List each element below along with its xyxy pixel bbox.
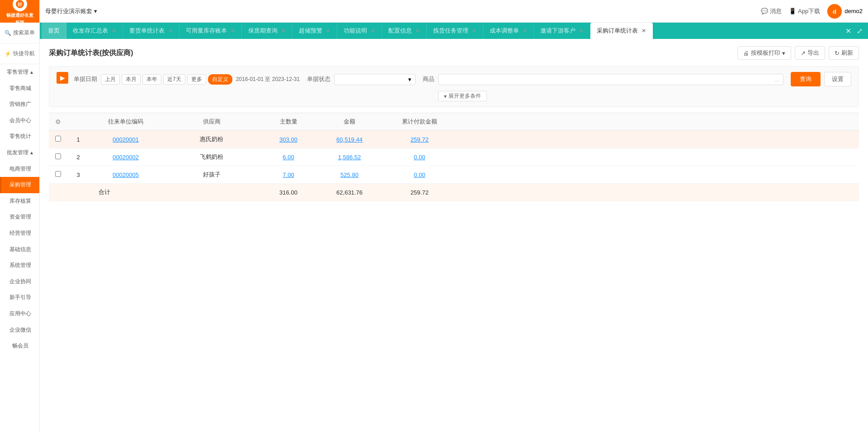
sidebar-item-retail[interactable]: 零售管理▲ bbox=[0, 64, 39, 81]
sidebar-item-purchase[interactable]: 采购管理 bbox=[0, 177, 39, 193]
paid-link[interactable]: 259.72 bbox=[410, 136, 429, 143]
th-empty bbox=[456, 113, 859, 131]
sidebar-item-marketing[interactable]: 营销推广 bbox=[0, 96, 39, 113]
row-checkbox[interactable] bbox=[49, 131, 67, 148]
amount-link[interactable]: 1,586.52 bbox=[338, 154, 361, 161]
filter-toggle-button[interactable]: ▶ bbox=[57, 72, 68, 84]
tab-close-icon[interactable]: ✕ bbox=[472, 28, 476, 34]
svg-text:好: 好 bbox=[17, 2, 23, 7]
sidebar-item-vip[interactable]: 畅会员 bbox=[0, 338, 39, 354]
sidebar-item-retail-shop[interactable]: 零售商城 bbox=[0, 81, 39, 97]
row-amount: 525.80 bbox=[316, 166, 383, 184]
this-month-button[interactable]: 本月 bbox=[122, 74, 141, 85]
tab-label: 收发存汇总表 bbox=[73, 27, 108, 35]
sidebar-item-newbie[interactable]: 新手引导 bbox=[0, 290, 39, 306]
sidebar-item-collab[interactable]: 企业协同 bbox=[0, 274, 39, 290]
sidebar-item-wechat[interactable]: 企业微信 bbox=[0, 322, 39, 338]
footer-amount: 62,631.76 bbox=[316, 184, 383, 201]
more-dates-button[interactable]: 更多 bbox=[187, 74, 206, 85]
th-paid: 累计付款金额 bbox=[383, 113, 456, 131]
shortcut-nav-button[interactable]: ⚡ 快捷导航 bbox=[3, 47, 37, 60]
status-filter-group: 单据状态 ▾ bbox=[307, 74, 415, 85]
sidebar-item-wholesale[interactable]: 批发管理▲ bbox=[0, 145, 39, 161]
quantity-link[interactable]: 7.00 bbox=[283, 171, 294, 178]
tab-invite[interactable]: 邀请下游客户✕ bbox=[534, 23, 590, 39]
close-all-tabs-button[interactable]: ✕ bbox=[844, 26, 853, 36]
query-button[interactable]: 查询 bbox=[791, 72, 821, 86]
quantity-link[interactable]: 6.00 bbox=[283, 154, 294, 161]
tab-close-icon[interactable]: ✕ bbox=[523, 28, 527, 34]
print-dropdown-icon: ▾ bbox=[782, 50, 785, 57]
expand-tabs-button[interactable]: ⤢ bbox=[855, 26, 864, 36]
tab-expiry[interactable]: 保质期查询✕ bbox=[242, 23, 292, 39]
th-amount: 金额 bbox=[316, 113, 383, 131]
tab-func-desc[interactable]: 功能说明✕ bbox=[337, 23, 382, 39]
tab-close-icon[interactable]: ✕ bbox=[281, 28, 286, 34]
sidebar-item-system[interactable]: 系统管理 bbox=[0, 257, 39, 274]
tab-config[interactable]: 配置信息✕ bbox=[382, 23, 427, 39]
row-quantity: 6.00 bbox=[261, 148, 316, 166]
amount-link[interactable]: 525.80 bbox=[340, 171, 359, 178]
sidebar-item-basic-info[interactable]: 基础信息 bbox=[0, 242, 39, 258]
goods-more-icon[interactable]: ... bbox=[774, 76, 779, 83]
sidebar-item-operations[interactable]: 经营管理 bbox=[0, 225, 39, 242]
tab-label: 配置信息 bbox=[388, 27, 412, 35]
amount-link[interactable]: 60,519.44 bbox=[336, 136, 363, 143]
message-button[interactable]: 💬 消息 bbox=[761, 7, 782, 15]
tab-close-icon[interactable]: ✕ bbox=[579, 28, 584, 34]
code-link[interactable]: 00020002 bbox=[113, 154, 139, 161]
search-menu-button[interactable]: 🔍 搜索菜单 bbox=[3, 26, 37, 39]
tab-pick-task[interactable]: 拣货任务管理✕ bbox=[427, 23, 483, 39]
th-settings: ⚙ bbox=[49, 113, 67, 131]
refresh-button[interactable]: ↻ 刷新 bbox=[829, 46, 859, 60]
custom-date-button[interactable]: 自定义 bbox=[208, 74, 232, 85]
code-link[interactable]: 00020005 bbox=[113, 171, 139, 178]
print-button[interactable]: 🖨 按模板打印 ▾ bbox=[737, 46, 791, 60]
app-download-label: App下载 bbox=[798, 7, 820, 15]
sidebar-item-label: 零售统计 bbox=[9, 133, 31, 140]
this-year-button[interactable]: 本年 bbox=[142, 74, 161, 85]
tab-stock-book[interactable]: 可用量库存账本✕ bbox=[179, 23, 242, 39]
app-download-button[interactable]: 📱 App下载 bbox=[789, 7, 820, 15]
account-selector[interactable]: 母婴行业演示账套 ▾ bbox=[45, 7, 97, 15]
last-7-days-button[interactable]: 近7天 bbox=[163, 74, 185, 85]
tab-close-icon[interactable]: ✕ bbox=[112, 28, 116, 34]
export-button[interactable]: ↗ 导出 bbox=[795, 46, 825, 60]
settings-button[interactable]: 设置 bbox=[824, 72, 851, 86]
sidebar-item-retail-stat[interactable]: 零售统计 bbox=[0, 128, 39, 145]
tab-close-icon[interactable]: ✕ bbox=[642, 28, 646, 34]
sidebar-item-finance[interactable]: 资金管理 bbox=[0, 209, 39, 225]
tab-goods-stat[interactable]: 要货单统计表✕ bbox=[123, 23, 179, 39]
goods-input[interactable] bbox=[442, 76, 773, 83]
expand-more-button[interactable]: ▾ 展开更多条件 bbox=[438, 91, 487, 101]
status-select[interactable]: ▾ bbox=[334, 74, 415, 85]
tab-overstock[interactable]: 超储预警✕ bbox=[292, 23, 337, 39]
sidebar-item-label: 电商管理 bbox=[9, 166, 31, 173]
last-month-button[interactable]: 上月 bbox=[101, 74, 120, 85]
tab-home[interactable]: 首页 bbox=[42, 23, 66, 39]
column-settings-icon[interactable]: ⚙ bbox=[55, 118, 61, 125]
row-checkbox[interactable] bbox=[49, 148, 67, 166]
code-link[interactable]: 00020001 bbox=[113, 136, 139, 143]
paid-link[interactable]: 0.00 bbox=[414, 171, 425, 178]
sidebar-item-inventory[interactable]: 库存核算 bbox=[0, 193, 39, 209]
tab-label: 功能说明 bbox=[344, 27, 367, 35]
row-quantity: 303.00 bbox=[261, 131, 316, 148]
tab-cost-adjust[interactable]: 成本调整单✕ bbox=[483, 23, 534, 39]
tab-close-icon[interactable]: ✕ bbox=[168, 28, 173, 34]
tab-collect-pay[interactable]: 收发存汇总表✕ bbox=[66, 23, 123, 39]
sidebar-item-members[interactable]: 会员中心 bbox=[0, 113, 39, 129]
tab-close-icon[interactable]: ✕ bbox=[371, 28, 375, 34]
paid-link[interactable]: 0.00 bbox=[414, 154, 425, 161]
tab-close-icon[interactable]: ✕ bbox=[231, 28, 235, 34]
row-checkbox[interactable] bbox=[49, 166, 67, 184]
sidebar-item-app-center[interactable]: 应用中心 bbox=[0, 306, 39, 322]
date-shortcuts: 上月 本月 本年 近7天 更多 自定义 bbox=[101, 74, 232, 85]
sidebar-item-ecommerce[interactable]: 电商管理 bbox=[0, 161, 39, 177]
tab-close-icon[interactable]: ✕ bbox=[415, 28, 420, 34]
tab-close-icon[interactable]: ✕ bbox=[326, 28, 330, 34]
user-menu[interactable]: d demo2 bbox=[827, 4, 863, 19]
avatar: d bbox=[827, 4, 842, 19]
tab-purchase-stat[interactable]: 采购订单统计表✕ bbox=[590, 23, 653, 39]
quantity-link[interactable]: 303.00 bbox=[279, 136, 297, 143]
